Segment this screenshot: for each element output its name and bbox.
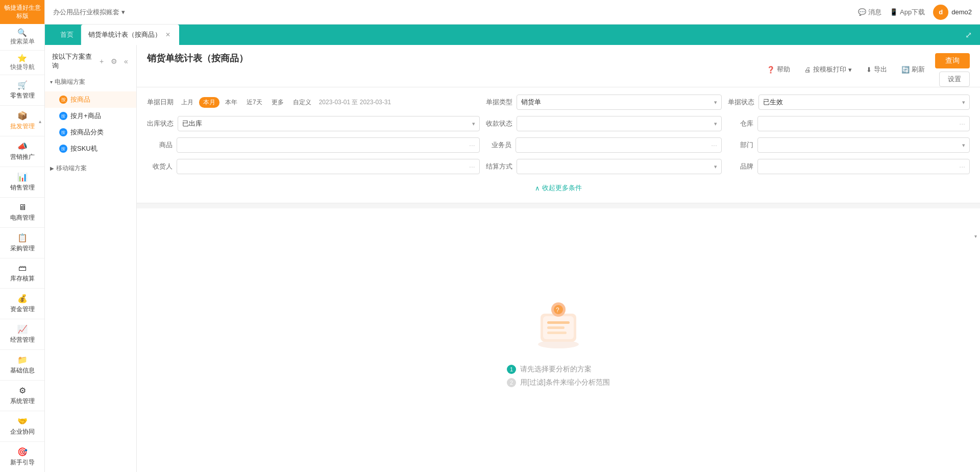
settings-icon: ⚙ [111,57,117,65]
page-title-actions: ❓ 帮助 🖨 按模板打印 ▾ ⬇ 导出 🔄 刷新 [763,52,970,87]
collect-status-select[interactable]: ▾ [517,116,722,131]
system-icon: ⚙ [19,386,26,395]
sidebar-item-ecommerce[interactable]: 🖥 电商管理 [0,198,44,228]
date-tab-more[interactable]: 更多 [268,97,287,108]
industry-selector[interactable]: 办公用品行业模拟账套 ▾ [53,8,125,17]
print-dropdown-icon: ▾ [848,66,852,74]
settings-button[interactable]: 设置 [939,72,970,87]
filter-brand: 品牌 ··· [728,159,970,174]
download-icon: 📱 [890,8,898,16]
sidebar-item-marketing[interactable]: 📣 营销推广 [0,136,44,167]
dropdown-arrow-icon: ▾ [121,8,125,16]
goods-input[interactable]: ··· [177,137,480,153]
app-download-button[interactable]: 📱 App下载 [890,8,925,17]
scheme-item-by-month-goods[interactable]: 按 按月+商品 [45,108,136,124]
sidebar-item-basic[interactable]: 📁 基础信息 [0,350,44,381]
refresh-button[interactable]: 🔄 刷新 [897,63,929,76]
brand-more-icon: ··· [959,162,965,171]
collapse-filter-button[interactable]: ∧ 收起更多条件 [147,180,970,196]
warehouse-input[interactable]: ··· [757,116,970,131]
tab-maximize-button[interactable]: ⤢ [962,30,975,40]
refresh-icon: 🔄 [901,66,910,74]
collapse-panel-button[interactable]: « [121,56,131,66]
date-tab-this-month[interactable]: 本月 [199,97,219,108]
message-icon: 💬 [858,8,866,16]
filter-date: 单据日期 上月 本月 本年 近7天 更多 自定义 2023-03-01 至 20… [147,97,486,108]
goods-more-icon: ··· [469,141,475,149]
filter-row-1: 单据日期 上月 本月 本年 近7天 更多 自定义 2023-03-01 至 20… [147,95,970,110]
sidebar-item-guide[interactable]: 🎯 新手引导 [0,442,44,472]
date-tab-7days[interactable]: 近7天 [243,97,266,108]
main-content: 办公用品行业模拟账套 ▾ 💬 消息 📱 App下载 d demo2 首页 [45,0,980,472]
purchase-icon: 📋 [17,233,28,243]
svg-rect-3 [547,321,570,324]
logo-button[interactable]: 畅捷通好生意 标版 [0,0,44,24]
bill-status-arrow: ▾ [962,99,965,106]
export-button[interactable]: ⬇ 导出 [862,63,891,76]
salesperson-input[interactable]: ··· [516,137,722,153]
mobile-group-arrow: ▶ [50,166,54,171]
date-tab-this-year[interactable]: 本年 [222,97,241,108]
mobile-group-header[interactable]: ▶ 移动端方案 [45,161,136,176]
query-button[interactable]: 查询 [935,53,970,68]
sidebar-item-operations[interactable]: 📈 经营管理 [0,319,44,350]
sidebar-item-wholesale[interactable]: 📦 批发管理 ▴ [0,106,44,136]
panel-header-actions: + ⚙ « [96,56,131,66]
avatar: d [933,5,948,20]
right-content: 销货单统计表（按商品） ❓ 帮助 🖨 按模板打印 ▾ ⬇ 导出 [137,45,980,472]
pc-scheme-group: ▾ 电脑端方案 按 按商品 按 按月+商品 按 按商品分类 [45,75,136,161]
by-month-icon: 按 [59,112,67,120]
out-status-select[interactable]: 已出库 ▾ [178,116,480,131]
out-status-arrow: ▾ [472,121,475,127]
help-button[interactable]: ❓ 帮助 [763,63,794,76]
sidebar-item-retail[interactable]: 🛒 零售管理 ▾ [0,75,44,106]
sidebar-item-system[interactable]: ⚙ 系统管理 [0,381,44,411]
filter-dept: 部门 ▾ [728,137,970,153]
search-menu-button[interactable]: 🔍 搜索菜单 [0,24,44,51]
scheme-item-by-category[interactable]: 按 按商品分类 [45,124,136,140]
user-profile[interactable]: d demo2 [933,5,972,20]
pc-group-header[interactable]: ▾ 电脑端方案 [45,75,136,89]
brand-input[interactable]: ··· [757,159,970,174]
sidebar-item-finance[interactable]: 💰 资金管理 [0,289,44,319]
wholesale-icon: 📦 [17,111,28,121]
pc-group-arrow: ▾ [50,79,53,85]
basic-icon: 📁 [17,355,28,365]
enterprise-icon: 🤝 [17,416,28,426]
by-goods-icon: 按 [59,96,67,104]
scheme-item-by-goods[interactable]: 按 按商品 [45,91,136,108]
header-left: 办公用品行业模拟账套 ▾ [53,8,125,17]
bill-type-select[interactable]: 销货单 ▾ [517,95,722,110]
tab-home[interactable]: 首页 [53,25,81,45]
add-scheme-button[interactable]: + [96,56,107,66]
date-tab-custom[interactable]: 自定义 [289,97,315,108]
dept-select[interactable]: ▾ [757,137,970,153]
guide-icon: 🎯 [17,447,28,457]
panel-header: 按以下方案查询 + ⚙ « [45,50,136,75]
filter-collect-status: 收款状态 ▾ [486,116,728,131]
sidebar-item-enterprise[interactable]: 🤝 企业协同 [0,411,44,442]
bill-type-arrow: ▾ [714,99,717,106]
filter-row-2: 出库状态 已出库 ▾ 收款状态 ▾ 仓库 [147,116,970,131]
empty-illustration: ? [528,293,589,355]
date-tab-last-month[interactable]: 上月 [178,97,197,108]
empty-state: ? 1 请先选择要分析的方案 2 用[过滤]条件来缩小分析范围 [137,208,980,472]
tip-num-1: 1 [507,365,516,374]
retail-icon: 🛒 [17,80,28,90]
tab-close-icon[interactable]: ✕ [164,31,172,38]
page-title-bar: 销货单统计表（按商品） ❓ 帮助 🖨 按模板打印 ▾ ⬇ 导出 [137,45,980,87]
bill-status-select[interactable]: 已生效 ▾ [758,95,970,110]
sidebar-item-inventory[interactable]: 🗃 库存核算 [0,258,44,289]
scheme-settings-button[interactable]: ⚙ [109,56,119,66]
sidebar-item-purchase[interactable]: 📋 采购管理 [0,228,44,258]
message-button[interactable]: 💬 消息 [858,8,881,17]
print-button[interactable]: 🖨 按模板打印 ▾ [800,63,856,76]
tab-sales-stat[interactable]: 销货单统计表（按商品） ✕ [81,25,179,45]
sidebar-item-sales[interactable]: 📊 销售管理 [0,167,44,198]
left-panel: 按以下方案查询 + ⚙ « ▾ 电脑端方案 [45,45,137,472]
scheme-item-by-sku[interactable]: 按 按SKU机 [45,140,136,157]
settlement-select[interactable]: ▾ [517,159,722,174]
finance-icon: 💰 [17,294,28,303]
quick-nav-button[interactable]: ⭐ 快捷导航 [0,51,44,75]
receiver-input[interactable]: ··· [177,159,480,174]
